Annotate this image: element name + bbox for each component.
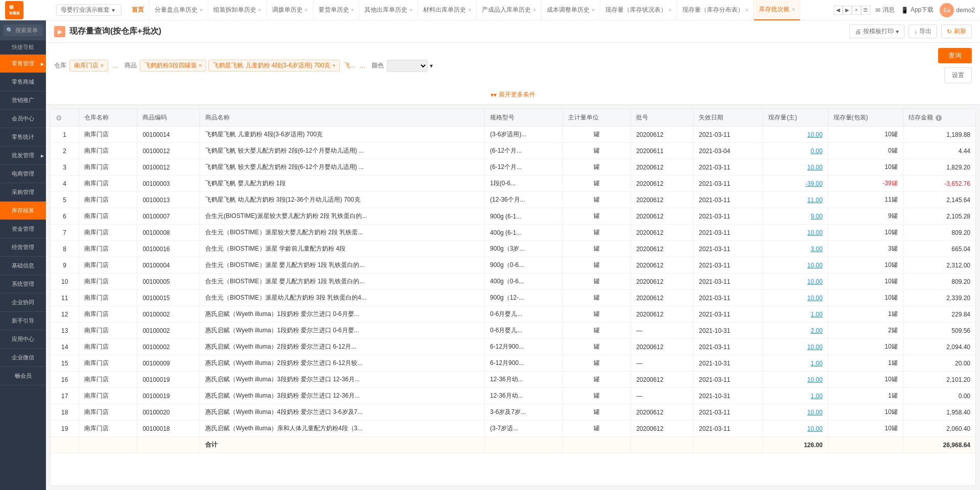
sidebar-item-retail-management[interactable]: 零售管理 ▶	[0, 55, 46, 73]
tab-nav-close[interactable]: ×	[852, 6, 861, 15]
user-menu[interactable]: Ea demo2	[940, 3, 975, 17]
row-code: 00100012	[137, 159, 200, 176]
warehouse-more[interactable]: …	[112, 62, 118, 69]
row-qty-main: 10.00	[763, 127, 828, 143]
close-tab-t2[interactable]: ×	[258, 7, 261, 13]
sidebar-item-wholesale[interactable]: 批发管理 ▶	[0, 146, 46, 165]
qty-main-link[interactable]: 10.00	[807, 344, 823, 351]
row-no: 5	[51, 192, 79, 208]
sidebar-item-membership[interactable]: 畅会员	[0, 367, 46, 385]
sidebar-item-basics[interactable]: 基础信息	[0, 257, 46, 275]
tab-t1[interactable]: 分量盘点单历史 ×	[150, 0, 208, 20]
qty-main-link[interactable]: 0.00	[811, 148, 822, 155]
qty-main-link[interactable]: 10.00	[807, 229, 823, 236]
row-qty-pkg: 10罐	[828, 339, 903, 355]
row-no: 10	[51, 274, 79, 290]
qty-main-link[interactable]: 10.00	[807, 409, 823, 416]
qty-main-link[interactable]: 10.00	[807, 131, 823, 138]
qty-main-link[interactable]: -39.00	[805, 180, 823, 187]
qty-main-link[interactable]: 10.00	[807, 376, 823, 383]
product-more[interactable]: 飞...	[344, 61, 355, 70]
close-tab-t6[interactable]: ×	[468, 7, 471, 13]
expand-filter-button[interactable]: ▶	[54, 26, 65, 37]
row-code: 00100019	[137, 388, 200, 404]
tab-nav-next[interactable]: ▶	[843, 6, 852, 15]
sidebar-item-purchasing[interactable]: 采购管理	[0, 183, 46, 202]
close-tab-t8[interactable]: ×	[592, 7, 595, 13]
remove-warehouse-tag[interactable]: ×	[101, 63, 104, 68]
top-bar: 畅 标题版 母婴行业演示账套 ▾ 首页 分量盘点单历史 × 组装拆卸单历史 × …	[0, 0, 980, 20]
sidebar-item-quick-nav[interactable]: 快捷导航	[0, 40, 46, 55]
row-warehouse: 南库门店	[79, 404, 137, 421]
tab-t3[interactable]: 调拨单历史 ×	[267, 0, 313, 20]
tab-home[interactable]: 首页	[127, 0, 150, 20]
sidebar-item-ecommerce[interactable]: 电商管理	[0, 165, 46, 183]
qty-main-link[interactable]: 10.00	[807, 425, 823, 432]
template-print-button[interactable]: 🖨 按模板打印 ▾	[849, 24, 904, 38]
qty-main-link[interactable]: 1.00	[811, 360, 822, 367]
qty-main-link[interactable]: 10.00	[807, 295, 823, 302]
account-selector[interactable]: 母婴行业演示账套 ▾	[56, 4, 121, 16]
close-tab-t9[interactable]: ×	[669, 7, 672, 13]
sidebar-item-retail-mall[interactable]: 零售商城	[0, 73, 46, 91]
qty-main-link[interactable]: 1.00	[811, 393, 822, 400]
row-spec: 6-12月900...	[485, 339, 563, 355]
settings-button[interactable]: 设置	[944, 67, 972, 83]
expand-more-conditions[interactable]: ▾▾ 展开更多条件	[491, 90, 535, 99]
tab-t2[interactable]: 组装拆卸单历史 ×	[208, 0, 267, 20]
sidebar-item-retail-stats[interactable]: 零售统计	[0, 128, 46, 146]
tab-t4[interactable]: 要货单历史 ×	[313, 0, 360, 20]
sidebar-item-inventory[interactable]: 库存核算	[0, 202, 46, 220]
tab-t11[interactable]: 库存批次账 ×	[754, 0, 800, 20]
message-button[interactable]: ✉ 消息	[875, 6, 895, 14]
qty-main-link[interactable]: 9.00	[811, 213, 822, 220]
row-spec: 1段(0-6...	[485, 176, 563, 192]
close-tab-t1[interactable]: ×	[200, 7, 203, 13]
qty-main-link[interactable]: 3.00	[811, 246, 822, 253]
export-button[interactable]: ↓ 导出	[909, 24, 937, 38]
tab-t5[interactable]: 其他出库单历史 ×	[359, 0, 418, 20]
close-tab-t11[interactable]: ×	[792, 7, 795, 12]
qty-main-link[interactable]: 10.00	[807, 164, 823, 171]
tab-t9[interactable]: 现存量（库存状况表） ×	[600, 0, 677, 20]
close-tab-t5[interactable]: ×	[409, 7, 412, 13]
sidebar-item-system[interactable]: 系统管理	[0, 275, 46, 293]
tab-t7[interactable]: 产成品入库单历史 ×	[477, 0, 542, 20]
sidebar-search-area[interactable]: 🔍 搜索菜单	[0, 20, 46, 40]
sidebar-item-member-center[interactable]: 会员中心	[0, 110, 46, 128]
row-no: 16	[51, 372, 79, 388]
remove-product-tag-2[interactable]: ×	[332, 63, 335, 68]
close-tab-t10[interactable]: ×	[746, 7, 749, 13]
amount-info-icon[interactable]: ℹ	[936, 115, 942, 121]
sidebar-item-enterprise[interactable]: 企业协同	[0, 293, 46, 312]
sidebar-item-app-center[interactable]: 应用中心	[0, 330, 46, 349]
qty-main-link[interactable]: 2.00	[811, 327, 822, 334]
qty-main-link[interactable]: 1.00	[811, 311, 822, 318]
sidebar-item-marketing[interactable]: 营销推广	[0, 91, 46, 110]
sidebar-item-finance[interactable]: 资金管理	[0, 220, 46, 238]
sidebar-item-guide[interactable]: 新手引导	[0, 312, 46, 330]
tab-nav-menu[interactable]: ☰	[861, 6, 870, 15]
sidebar-item-operations[interactable]: 经营管理	[0, 238, 46, 257]
qty-main-link[interactable]: 11.00	[807, 197, 823, 204]
query-button[interactable]: 查询	[938, 48, 972, 63]
close-tab-t4[interactable]: ×	[351, 7, 354, 13]
column-settings-icon[interactable]: ⚙	[56, 114, 62, 122]
refresh-button[interactable]: ↻ 刷新	[941, 24, 972, 38]
close-tab-t7[interactable]: ×	[533, 7, 536, 13]
tab-t10[interactable]: 现存量（库存分布表） ×	[677, 0, 754, 20]
remove-product-tag-1[interactable]: ×	[199, 63, 202, 68]
qty-main-link[interactable]: 10.00	[807, 278, 823, 285]
app-download-button[interactable]: 📱 App下载	[901, 6, 934, 14]
tab-t6[interactable]: 材料出库单历史 ×	[418, 0, 477, 20]
qty-main-link[interactable]: 10.00	[807, 262, 823, 269]
summary-empty-3	[137, 437, 200, 453]
row-amount: 20.00	[903, 355, 975, 372]
sidebar-item-wechat[interactable]: 企业微信	[0, 349, 46, 367]
tab-nav-prev[interactable]: ◀	[834, 6, 843, 15]
tab-t8[interactable]: 成本调整单历史 ×	[542, 0, 600, 20]
close-tab-t3[interactable]: ×	[305, 7, 308, 13]
product-more-dots[interactable]: …	[359, 62, 365, 69]
row-warehouse: 南库门店	[79, 192, 137, 208]
color-dropdown[interactable]	[387, 60, 428, 72]
